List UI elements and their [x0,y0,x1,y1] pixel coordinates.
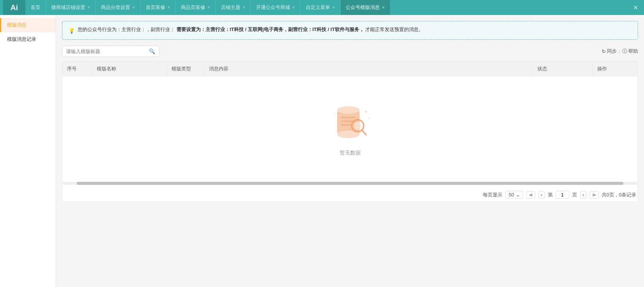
top-nav-bar: Ai 首页 微商城店铺设置 × 商品分类设置 × 首页装修 × 商品页装修 × … [0,0,644,15]
notice-banner: 💡 您的公众号行业为：主营行业：，副营行业： 需要设置为：主营行业：IT科技 /… [62,21,638,40]
help-icon: ⓘ [622,48,627,55]
notice-icon: 💡 [68,27,75,35]
sidebar: 模版消息 模版消息记录 [0,15,56,287]
page-size-value: 50 [509,192,514,198]
close-icon[interactable]: × [207,5,210,10]
close-icon[interactable]: × [382,5,385,10]
next-page-button[interactable]: › [580,191,587,199]
sidebar-item-template-msg[interactable]: 模版消息 [0,18,56,32]
total-info: 共0页，0条记录 [602,192,636,198]
main-layout: 模版消息 模版消息记录 💡 您的公众号行业为：主营行业：，副营行业： 需要设置为… [0,15,644,287]
search-input[interactable] [62,46,145,57]
svg-text:✦: ✦ [334,112,336,115]
nav-tab-home-decor-label: 首页装修 [146,4,165,11]
th-status: 状态 [533,62,593,76]
sync-button[interactable]: ↻ 同步 [602,48,617,55]
page-size-select[interactable]: 50 ⌄ [505,191,523,199]
help-button[interactable]: ⓘ 帮助 [622,48,638,55]
page-size-label: 每页显示 [483,192,502,198]
svg-text:✦: ✦ [368,117,370,120]
nav-tab-category-label: 商品分类设置 [101,4,130,11]
nav-tab-template-msg-label: 公众号模版消息 [346,4,380,11]
close-icon[interactable]: × [87,5,90,10]
th-type: 模版类型 [167,62,204,76]
prev-page-icon: ‹ [541,192,542,198]
first-page-button[interactable]: ⊲ [526,191,535,199]
last-page-button[interactable]: ⊳ [590,191,599,199]
scrollbar-thumb[interactable] [77,182,623,185]
nav-tab-custom-menu-label: 自定义菜单 [306,4,330,11]
search-icon: 🔍 [149,48,155,54]
empty-state: ✦ ✦ ✦ 暂无数据 [62,76,638,179]
nav-tab-home[interactable]: 首页 [25,0,46,15]
nav-tab-custom-menu[interactable]: 自定义菜单 × [301,0,341,15]
pagination-row: 每页显示 50 ⌄ ⊲ ‹ 第 页 › ⊳ [62,188,638,202]
notice-text: 您的公众号行业为：主营行业：，副营行业： 需要设置为：主营行业：IT科技 / 互… [78,26,423,34]
sidebar-item-template-msg-label: 模版消息 [7,22,27,28]
page-text-label: 第 [548,192,553,198]
th-content: 消息内容 [204,62,533,76]
close-icon[interactable]: × [167,5,170,10]
svg-point-8 [354,122,361,129]
prev-page-button[interactable]: ‹ [538,191,545,199]
svg-line-9 [362,130,366,135]
search-row: 🔍 ↻ 同步 | ⓘ 帮助 [62,46,638,57]
next-page-icon: › [583,192,584,198]
chevron-down-icon: ⌄ [516,192,520,198]
empty-text: 暂无数据 [340,150,361,156]
nav-tab-home-label: 首页 [31,4,40,11]
close-icon[interactable]: × [243,5,245,10]
horizontal-scrollbar[interactable] [62,182,638,185]
divider: | [619,49,620,54]
last-page-icon: ⊳ [592,192,596,198]
close-all-button[interactable]: ✕ [630,3,641,13]
search-button[interactable]: 🔍 [145,46,159,57]
nav-tab-product-decor-label: 商品页装修 [181,4,205,11]
th-name: 模版名称 [92,62,167,76]
nav-tab-open-mall-label: 开通公众号商城 [256,4,290,11]
nav-tab-home-decor[interactable]: 首页装修 × [141,0,176,15]
th-action: 操作 [593,62,638,76]
svg-text:✦: ✦ [364,110,367,114]
sidebar-item-template-msg-record[interactable]: 模版消息记录 [0,32,56,46]
close-icon[interactable]: × [292,5,295,10]
page-unit-label: 页 [572,192,577,198]
table-header: 序号 模版名称 模版类型 消息内容 状态 操作 [62,62,638,76]
first-page-icon: ⊲ [529,192,533,198]
close-icon[interactable]: × [332,5,335,10]
nav-tab-product-decor[interactable]: 商品页装修 × [176,0,216,15]
empty-illustration: ✦ ✦ ✦ [328,99,373,144]
search-input-wrap: 🔍 [62,46,159,57]
page-number-input[interactable] [556,191,569,199]
svg-point-2 [337,106,360,114]
nav-tab-theme[interactable]: 店铺主题 × [216,0,251,15]
nav-tab-template-msg[interactable]: 公众号模版消息 × [341,0,390,15]
nav-tab-theme-label: 店铺主题 [221,4,240,11]
data-table: 序号 模版名称 模版类型 消息内容 状态 操作 [62,61,638,202]
content-area: 💡 您的公众号行业为：主营行业：，副营行业： 需要设置为：主营行业：IT科技 /… [56,15,644,287]
sync-help-area: ↻ 同步 | ⓘ 帮助 [602,48,638,55]
nav-tab-shop-settings-label: 微商城店铺设置 [51,4,85,11]
th-index: 序号 [62,62,92,76]
sync-icon: ↻ [602,49,606,54]
app-logo: Ai [3,0,25,15]
nav-tab-shop-settings[interactable]: 微商城店铺设置 × [46,0,96,15]
nav-tab-open-mall[interactable]: 开通公众号商城 × [251,0,301,15]
close-icon[interactable]: × [132,5,135,10]
nav-tab-category[interactable]: 商品分类设置 × [96,0,141,15]
sidebar-item-template-msg-record-label: 模版消息记录 [7,36,36,42]
